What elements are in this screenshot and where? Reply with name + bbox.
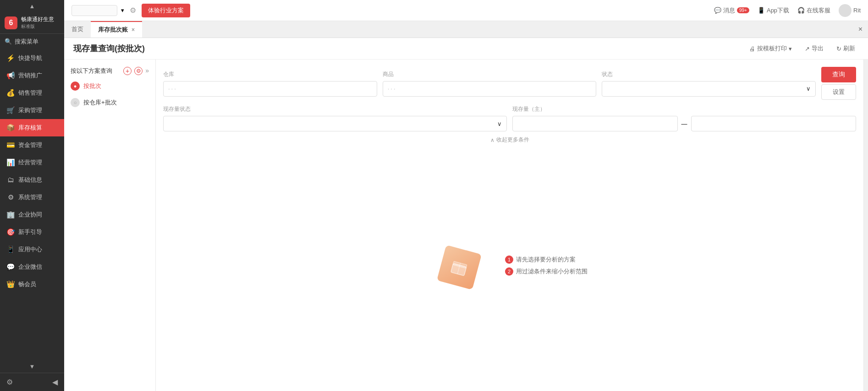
scheme-item-warehouse-batch[interactable]: ○ 按仓库+批次 <box>64 94 155 111</box>
app-download-item[interactable]: 📱 App下载 <box>758 6 789 15</box>
inventory-qty-from[interactable] <box>512 116 678 131</box>
topbar-gear-icon[interactable]: ⚙ <box>130 6 136 15</box>
box-svg <box>448 256 471 279</box>
empty-state: 1 请先选择要分析的方案 2 用过滤条件来缩小分析范围 <box>163 151 856 384</box>
purchase-icon: 🛒 <box>6 106 15 114</box>
user-avatar <box>839 4 852 17</box>
topbar: ▾ ⚙ 体验行业方案 💬 消息 99+ 📱 App下载 🎧 在线客服 Rit <box>64 0 868 21</box>
empty-text: 1 请先选择要分析的方案 2 用过滤条件来缩小分析范围 <box>505 255 588 279</box>
headset-icon: 🎧 <box>797 7 805 14</box>
page-actions: 🖨 按模板打印 ▾ ↗ 导出 ↻ 刷新 <box>746 43 859 54</box>
sidebar-item-shortcuts[interactable]: ⚡ 快捷导航 <box>0 49 64 67</box>
sidebar-item-purchase[interactable]: 🛒 采购管理 <box>0 102 64 119</box>
user-item[interactable]: Rit <box>839 4 861 17</box>
warehouse-input[interactable]: ··· <box>163 81 377 97</box>
online-service-item[interactable]: 🎧 在线客服 <box>797 6 830 15</box>
warehouse-batch-scheme-icon: ○ <box>71 98 80 107</box>
content-area: 现存量查询(按批次) 🖨 按模板打印 ▾ ↗ 导出 ↻ 刷新 <box>64 38 868 391</box>
enterprise-icon: 🏢 <box>6 211 15 219</box>
sidebar-nav: ⚡ 快捷导航 📢 营销推广 💰 销售管理 🛒 采购管理 📦 库存核算 💳 资金管… <box>0 49 64 360</box>
filter-row-1: 仓库 ··· 商品 ··· 状态 <box>163 67 856 100</box>
filter-row-2: 现存量状态 ∨ 现存量（主） — <box>163 105 856 131</box>
tab-close-icon[interactable]: × <box>132 27 135 33</box>
export-icon: ↗ <box>805 45 810 52</box>
warehouse-filter: 仓库 ··· <box>163 71 377 97</box>
sales-icon: 💰 <box>6 89 15 97</box>
settings-button[interactable]: 设置 <box>821 84 856 100</box>
left-panel-icons: + ⚙ » <box>123 67 149 75</box>
topbar-dropdown-icon[interactable]: ▾ <box>121 7 124 14</box>
collapse-more-btn[interactable]: ∧ 收起更多条件 <box>163 134 856 146</box>
add-scheme-icon[interactable]: + <box>123 67 132 75</box>
empty-step2: 2 用过滤条件来缩小分析范围 <box>505 267 588 276</box>
refresh-btn[interactable]: ↻ 刷新 <box>833 43 859 54</box>
scheme-settings-icon[interactable]: ⚙ <box>134 67 143 75</box>
trial-button[interactable]: 体验行业方案 <box>142 4 190 17</box>
inventory-qty-to[interactable] <box>691 116 857 131</box>
print-template-btn[interactable]: 🖨 按模板打印 ▾ <box>746 43 796 54</box>
sidebar-item-newbie[interactable]: 🎯 新手引导 <box>0 223 64 241</box>
tabs-bar: 首页 库存批次账 × × <box>64 21 868 38</box>
refresh-icon: ↻ <box>836 45 841 52</box>
print-dropdown-icon: ▾ <box>789 45 792 52</box>
inventory-status-filter: 现存量状态 ∨ <box>163 105 507 131</box>
basic-icon: 🗂 <box>6 176 15 184</box>
topbar-search-input[interactable] <box>71 5 117 16</box>
printer-icon: 🖨 <box>749 45 755 52</box>
sidebar-logo: 6 <box>5 16 17 29</box>
sidebar-item-sales[interactable]: 💰 销售管理 <box>0 84 64 102</box>
sidebar-header: 6 畅康通好生意 标准版 <box>0 12 64 34</box>
search-icon: 🔍 <box>5 38 12 45</box>
sidebar-item-enterprise[interactable]: 🏢 企业协同 <box>0 206 64 223</box>
step2-number: 2 <box>505 267 513 276</box>
page-header: 现存量查询(按批次) 🖨 按模板打印 ▾ ↗ 导出 ↻ 刷新 <box>64 38 868 60</box>
newbie-icon: 🎯 <box>6 228 15 236</box>
inventory-status-input[interactable]: ∨ <box>163 116 507 131</box>
right-scrollbar[interactable] <box>863 60 868 391</box>
left-panel-header: 按以下方案查询 + ⚙ » <box>64 64 155 78</box>
tab-home[interactable]: 首页 <box>64 22 91 37</box>
collapse-up-icon: ∧ <box>490 137 494 143</box>
sidebar-item-inventory[interactable]: 📦 库存核算 <box>0 119 64 136</box>
shortcuts-icon: ⚡ <box>6 54 15 62</box>
system-icon: ⚙ <box>6 193 15 201</box>
sidebar-item-marketing[interactable]: 📢 营销推广 <box>0 67 64 84</box>
scheme-item-batch[interactable]: ● 按批次 <box>64 78 155 94</box>
sidebar-settings-icon[interactable]: ⚙ <box>6 378 13 386</box>
sidebar-item-finance[interactable]: 💳 资金管理 <box>0 136 64 154</box>
status-input[interactable]: ∨ <box>602 81 816 97</box>
right-content: 仓库 ··· 商品 ··· 状态 <box>156 60 863 391</box>
sidebar-item-operations[interactable]: 📊 经营管理 <box>0 154 64 171</box>
inventory-status-label: 现存量状态 <box>163 105 507 113</box>
wechat-icon: 💬 <box>6 263 15 271</box>
sidebar-bottom: ⚙ ◀ <box>0 373 64 391</box>
app-download-icon: 📱 <box>758 7 765 14</box>
sidebar-search[interactable]: 🔍 搜索菜单 <box>0 34 64 49</box>
sidebar-item-basic[interactable]: 🗂 基础信息 <box>0 171 64 189</box>
empty-step1: 1 请先选择要分析的方案 <box>505 255 588 264</box>
collapse-panel-icon[interactable]: » <box>145 67 149 75</box>
topbar-left: ▾ ⚙ 体验行业方案 <box>71 4 190 17</box>
tab-inventory-batch[interactable]: 库存批次账 × <box>91 21 142 38</box>
message-item[interactable]: 💬 消息 99+ <box>714 6 749 15</box>
empty-illustration <box>432 240 487 295</box>
inventory-status-arrow: ∨ <box>497 120 502 127</box>
page-title: 现存量查询(按批次) <box>73 43 145 54</box>
sidebar-item-system[interactable]: ⚙ 系统管理 <box>0 189 64 206</box>
sidebar-scroll-down[interactable]: ▼ <box>0 360 64 373</box>
sidebar-item-wechat[interactable]: 💬 企业微信 <box>0 258 64 276</box>
panel-close-icon[interactable]: × <box>853 25 868 33</box>
inventory-qty-label: 现存量（主） <box>512 105 856 113</box>
marketing-icon: 📢 <box>6 71 15 80</box>
sidebar-collapse-icon[interactable]: ◀ <box>52 378 58 386</box>
sidebar-scroll-up[interactable]: ▲ <box>0 0 64 12</box>
empty-box-icon <box>437 245 482 290</box>
product-input[interactable]: ··· <box>383 81 597 97</box>
member-icon: 👑 <box>6 280 15 288</box>
main-area: ▾ ⚙ 体验行业方案 💬 消息 99+ 📱 App下载 🎧 在线客服 Rit <box>64 0 868 391</box>
query-button[interactable]: 查询 <box>821 67 856 82</box>
sidebar-item-member[interactable]: 👑 畅会员 <box>0 276 64 293</box>
export-btn[interactable]: ↗ 导出 <box>801 43 827 54</box>
sidebar-item-app[interactable]: 📱 应用中心 <box>0 241 64 258</box>
left-panel: 按以下方案查询 + ⚙ » ● 按批次 ○ 按仓库+批次 <box>64 60 156 391</box>
